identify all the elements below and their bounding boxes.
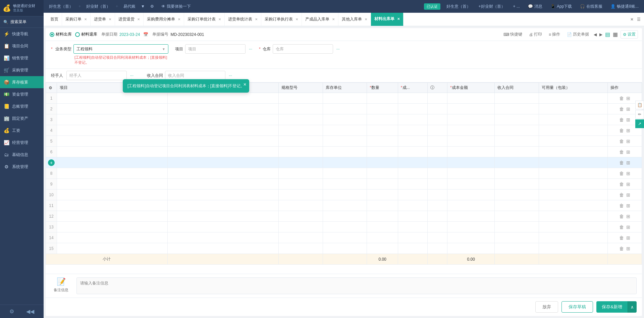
project-cell-input[interactable]: [59, 160, 165, 165]
cell-project[interactable]: [57, 200, 168, 211]
tab-material-out[interactable]: 材料出库单 ✕: [371, 13, 404, 26]
tab-other-in[interactable]: 其他入库单 ✕: [338, 13, 371, 26]
cell-income-contract[interactable]: [495, 211, 539, 222]
sidebar-item-fixed[interactable]: 🏢 固定资产: [0, 112, 44, 124]
cell-spec[interactable]: [278, 104, 323, 114]
cell-available[interactable]: [539, 136, 608, 147]
tab-purchase-bill-stat[interactable]: 进货单统计表 ✕: [225, 13, 261, 26]
cell-qty[interactable]: [367, 222, 398, 232]
cell-spec[interactable]: [278, 200, 323, 211]
cell-income-contract[interactable]: [495, 125, 539, 136]
cell-income-contract[interactable]: [495, 179, 539, 190]
cell-qty[interactable]: [367, 232, 398, 243]
cell-spec[interactable]: [278, 93, 323, 104]
dropdown-arrow-icon[interactable]: ▼: [141, 4, 145, 9]
view-list-icon[interactable]: ▤: [605, 31, 610, 38]
cell-material-name[interactable]: [168, 190, 278, 200]
warehouse-search-icon[interactable]: ···: [336, 47, 340, 51]
discard-button[interactable]: 放弃: [535, 301, 558, 313]
business-type-input[interactable]: 工程领料 ▼: [73, 44, 168, 54]
online-service-btn[interactable]: 🎧 在线客服: [578, 3, 604, 10]
cell-material-name[interactable]: [168, 211, 278, 222]
tab-product-in[interactable]: 产成品入库单 ✕: [302, 13, 338, 26]
copy-row-icon[interactable]: ⊞: [626, 138, 631, 145]
cell-income-contract[interactable]: [495, 222, 539, 232]
delete-row-icon[interactable]: 🗑: [619, 116, 625, 123]
cell-cost-amount[interactable]: [447, 200, 495, 211]
cell-cost[interactable]: [398, 243, 428, 254]
panel-btn-3[interactable]: ↗: [635, 119, 644, 128]
cell-cost-amount[interactable]: [447, 104, 495, 114]
cell-project[interactable]: [57, 190, 168, 200]
cell-unit[interactable]: [323, 222, 367, 232]
cell-cost[interactable]: [398, 104, 428, 114]
cell-income-contract[interactable]: [495, 200, 539, 211]
delete-row-icon[interactable]: 🗑: [619, 106, 625, 112]
cell-cost-amount[interactable]: [447, 168, 495, 179]
cell-spec[interactable]: [278, 232, 323, 243]
income-contract-input[interactable]: 收入合同: [165, 71, 225, 80]
project-input[interactable]: 项目: [185, 44, 246, 54]
cell-available[interactable]: [539, 168, 608, 179]
history-btn[interactable]: 📄 历史单据: [565, 31, 591, 38]
copy-row-icon[interactable]: ⊞: [626, 170, 631, 177]
copy-row-icon[interactable]: ⊞: [626, 106, 631, 112]
cell-project[interactable]: [57, 157, 168, 168]
print-btn[interactable]: 🖨 打印: [527, 31, 544, 38]
nav-haoshengyi2[interactable]: 好生意（首）: [444, 3, 473, 10]
tab-close-icon[interactable]: ✕: [109, 17, 111, 21]
warehouse-input[interactable]: 仓库: [273, 44, 333, 54]
cell-spec[interactable]: [278, 190, 323, 200]
cell-cost-amount[interactable]: [447, 243, 495, 254]
delete-row-icon[interactable]: 🗑: [619, 224, 625, 230]
sidebar-item-quick[interactable]: ⚡ 快捷导航: [0, 28, 44, 40]
tab-purchase-exec[interactable]: 采购订单执行表 ✕: [261, 13, 302, 26]
cell-qty[interactable]: [367, 211, 398, 222]
copy-row-icon[interactable]: ⊞: [626, 245, 631, 252]
sidebar-item-salary[interactable]: 💰 工资: [0, 124, 44, 137]
cell-cost[interactable]: [398, 136, 428, 147]
delete-row-icon[interactable]: 🗑: [619, 127, 625, 134]
cell-cost-amount[interactable]: [447, 147, 495, 157]
cell-cost[interactable]: [398, 157, 428, 168]
cell-cost[interactable]: [398, 211, 428, 222]
cell-unit[interactable]: [323, 168, 367, 179]
material-name-cell-input[interactable]: [170, 160, 276, 165]
cell-cost[interactable]: [398, 232, 428, 243]
tab-close-icon[interactable]: ✕: [218, 17, 221, 21]
cell-income-contract[interactable]: [495, 114, 539, 125]
income-contract-search-icon[interactable]: ···: [229, 73, 232, 78]
tab-purchase-order[interactable]: 采购订单 ✕: [62, 13, 91, 26]
cell-cost[interactable]: [398, 200, 428, 211]
delete-row-icon[interactable]: 🗑: [619, 159, 625, 166]
copy-row-icon[interactable]: ⊞: [626, 224, 631, 230]
delete-row-icon[interactable]: 🗑: [619, 95, 625, 102]
cell-material-name[interactable]: [168, 179, 278, 190]
copy-row-icon[interactable]: ⊞: [626, 149, 631, 155]
delete-row-icon[interactable]: 🗑: [619, 213, 625, 220]
close-all-icon[interactable]: ✕: [630, 17, 634, 22]
cell-unit[interactable]: [323, 211, 367, 222]
cell-income-contract[interactable]: [495, 190, 539, 200]
cell-project[interactable]: [57, 114, 168, 125]
cell-available[interactable]: [539, 232, 608, 243]
tab-menu-icon[interactable]: ☰: [637, 17, 641, 22]
panel-btn-2[interactable]: ✏: [635, 110, 644, 119]
cell-material-name[interactable]: [168, 125, 278, 136]
cell-qty[interactable]: [367, 190, 398, 200]
settings-gear[interactable]: ⚙: [148, 3, 156, 9]
tab-purchase-return[interactable]: 进货退货 ✕: [115, 13, 144, 26]
cell-unit[interactable]: [323, 200, 367, 211]
delete-row-icon[interactable]: 🗑: [619, 181, 625, 188]
sidebar-item-inventory[interactable]: 📦 库存核算: [0, 76, 44, 88]
cell-project[interactable]: [57, 179, 168, 190]
tab-close-icon[interactable]: ✕: [84, 17, 87, 21]
operations-btn[interactable]: ≡ 操作: [547, 31, 562, 38]
cell-available[interactable]: [539, 190, 608, 200]
cell-available[interactable]: [539, 200, 608, 211]
shortcut-key-btn[interactable]: ⌨ 快捷键: [501, 31, 524, 38]
sidebar-item-finance[interactable]: 💵 资金管理: [0, 88, 44, 100]
cell-material-name[interactable]: [168, 168, 278, 179]
cell-cost-amount[interactable]: [447, 125, 495, 136]
cell-income-contract[interactable]: [495, 104, 539, 114]
